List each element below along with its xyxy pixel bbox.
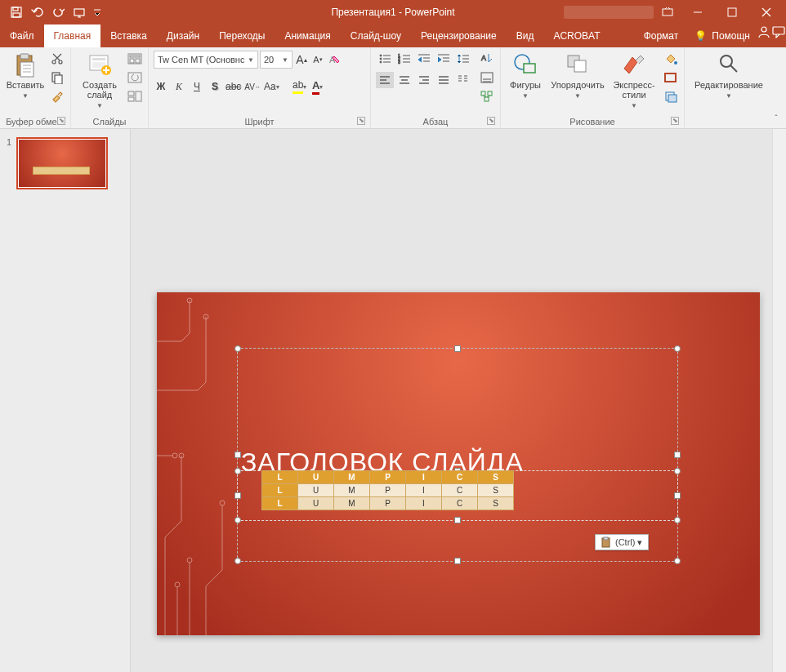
comments-icon[interactable] xyxy=(771,24,786,39)
text-direction-button[interactable]: A xyxy=(479,51,495,67)
redo-button[interactable] xyxy=(49,2,69,22)
tell-me-input[interactable]: Помощн xyxy=(712,30,750,42)
shrink-font-button[interactable]: A▾ xyxy=(310,51,325,68)
close-button[interactable] xyxy=(750,1,783,24)
font-color-button[interactable]: A▾ xyxy=(310,78,325,95)
maximize-button[interactable] xyxy=(716,1,748,24)
shape-fill-button[interactable] xyxy=(663,51,679,67)
shape-outline-button[interactable] xyxy=(663,69,679,86)
tab-format[interactable]: Формат xyxy=(634,24,689,47)
svg-rect-34 xyxy=(136,91,141,101)
bold-button[interactable]: Ж xyxy=(154,78,168,95)
tab-view[interactable]: Вид xyxy=(507,24,544,47)
start-from-beginning-button[interactable] xyxy=(70,2,90,22)
tab-design[interactable]: Дизайн xyxy=(157,24,209,47)
quick-styles-label: Экспресс-стили xyxy=(610,80,658,100)
tab-acrobat[interactable]: ACROBAT xyxy=(543,24,610,47)
shapes-button[interactable]: Фигуры▼ xyxy=(506,51,545,101)
pasted-table[interactable]: LUMPICS LUMPICS LUMPICS xyxy=(261,470,514,510)
smartart-button[interactable] xyxy=(479,88,495,105)
group-slides-label: Слайды xyxy=(76,115,143,127)
save-button[interactable] xyxy=(7,2,26,22)
reset-button[interactable] xyxy=(127,69,143,86)
workspace: 1 ЗАГОЛОВОК СЛАЙДА xyxy=(0,129,786,672)
undo-button[interactable] xyxy=(28,2,47,22)
line-spacing-button[interactable] xyxy=(454,51,472,67)
dialog-launcher-icon[interactable]: ⬊ xyxy=(487,117,495,125)
slide-editor[interactable]: ЗАГОЛОВОК СЛАЙДА xyxy=(131,129,786,672)
strikethrough-button[interactable]: abc xyxy=(226,78,241,95)
clear-formatting-button[interactable]: A xyxy=(327,51,342,68)
group-clipboard: Вставить ▼ Буфер обме...⬊ xyxy=(0,47,71,128)
character-spacing-button[interactable]: AV↔ xyxy=(244,78,261,95)
svg-rect-10 xyxy=(773,27,784,34)
font-name-combo[interactable]: Tw Cen MT (Основнс▼ xyxy=(154,51,258,69)
ribbon-tabs: Файл Главная Вставка Дизайн Переходы Ани… xyxy=(0,24,786,47)
dialog-launcher-icon[interactable]: ⬊ xyxy=(357,117,365,125)
align-left-button[interactable] xyxy=(376,72,394,88)
dialog-launcher-icon[interactable]: ⬊ xyxy=(57,117,65,125)
columns-button[interactable] xyxy=(454,72,472,88)
underline-button[interactable]: Ч xyxy=(190,78,204,95)
tab-animation[interactable]: Анимация xyxy=(275,24,340,47)
numbering-button[interactable]: 123 xyxy=(395,51,413,67)
find-icon xyxy=(716,52,742,78)
decrease-indent-button[interactable] xyxy=(415,51,433,67)
ribbon-display-options-button[interactable] xyxy=(655,1,680,24)
svg-rect-13 xyxy=(20,62,33,77)
text-shadow-button[interactable]: S xyxy=(208,78,222,95)
italic-button[interactable]: К xyxy=(172,78,186,95)
justify-button[interactable] xyxy=(435,72,453,88)
tab-file[interactable]: Файл xyxy=(0,24,44,47)
svg-rect-12 xyxy=(20,54,29,59)
align-text-button[interactable] xyxy=(479,69,495,86)
tab-insert[interactable]: Вставка xyxy=(100,24,157,47)
vertical-scrollbar[interactable] xyxy=(772,129,786,672)
increase-indent-button[interactable] xyxy=(435,51,453,67)
svg-rect-89 xyxy=(668,95,677,102)
placeholder-selection-outer[interactable] xyxy=(237,348,678,562)
cut-button[interactable] xyxy=(49,51,65,67)
qat-customize-button[interactable] xyxy=(92,2,103,22)
align-right-button[interactable] xyxy=(415,72,433,88)
sign-in-icon[interactable] xyxy=(757,24,771,39)
bullets-button[interactable] xyxy=(376,51,394,67)
tab-home[interactable]: Главная xyxy=(44,24,101,47)
group-font-label: Шрифт⬊ xyxy=(154,115,365,127)
svg-rect-79 xyxy=(481,91,485,96)
dialog-launcher-icon[interactable]: ⬊ xyxy=(671,117,679,125)
layout-button[interactable] xyxy=(127,51,143,67)
slide-thumbnail-panel: 1 xyxy=(0,129,131,672)
section-button[interactable] xyxy=(127,88,143,105)
table-row: LUMPICS xyxy=(262,471,514,484)
arrange-button[interactable]: Упорядочить▼ xyxy=(548,51,607,101)
tab-transitions[interactable]: Переходы xyxy=(209,24,275,47)
new-slide-button[interactable]: Создать слайд ▼ xyxy=(76,51,123,111)
tab-review[interactable]: Рецензирование xyxy=(411,24,507,47)
paste-label: Вставить xyxy=(7,80,45,90)
svg-rect-29 xyxy=(130,59,134,63)
svg-rect-6 xyxy=(728,8,736,16)
grow-font-button[interactable]: A▴ xyxy=(294,51,309,68)
svg-rect-4 xyxy=(663,9,672,16)
quick-styles-button[interactable]: Экспресс-стили▼ xyxy=(610,51,658,111)
format-painter-button[interactable] xyxy=(49,88,65,105)
align-center-button[interactable] xyxy=(395,72,413,88)
group-paragraph-label: Абзац⬊ xyxy=(376,115,495,127)
font-size-combo[interactable]: 20▼ xyxy=(260,51,293,69)
collapse-ribbon-button[interactable]: ˆ xyxy=(770,112,783,125)
paste-options-button[interactable]: (Ctrl) ▾ xyxy=(595,534,649,550)
change-case-button[interactable]: Aa▾ xyxy=(264,78,279,95)
paste-button[interactable]: Вставить ▼ xyxy=(5,51,46,101)
slide-canvas[interactable]: ЗАГОЛОВОК СЛАЙДА xyxy=(157,292,760,635)
copy-button[interactable] xyxy=(49,69,65,86)
clipboard-icon xyxy=(12,52,38,78)
svg-rect-81 xyxy=(485,97,489,101)
editing-button[interactable]: Редактирование▼ xyxy=(690,51,768,101)
slide-thumbnail-1[interactable] xyxy=(16,137,108,189)
tab-slideshow[interactable]: Слайд-шоу xyxy=(341,24,411,47)
shape-effects-button[interactable] xyxy=(663,88,679,105)
minimize-button[interactable] xyxy=(681,1,714,24)
group-paragraph: 123 A Абзац⬊ xyxy=(371,47,501,128)
highlight-button[interactable]: ab▾ xyxy=(293,78,307,95)
